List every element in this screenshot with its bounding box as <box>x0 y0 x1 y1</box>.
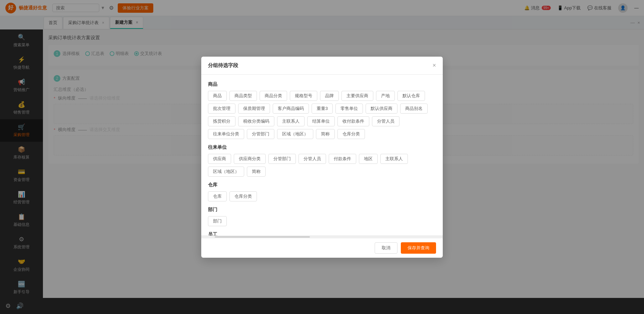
tag-partner-付款条件[interactable]: 付款条件 <box>329 154 356 164</box>
tag-product-产地[interactable]: 产地 <box>376 91 395 101</box>
tag-dept-部门[interactable]: 部门 <box>208 216 227 226</box>
tag-product-默认供应商[interactable]: 默认供应商 <box>366 104 397 114</box>
tag-product-收付款条件[interactable]: 收付款条件 <box>337 116 369 126</box>
tag-product-重量3[interactable]: 重量3 <box>312 104 333 114</box>
tag-warehouse-仓库分类[interactable]: 仓库分类 <box>229 191 257 201</box>
tag-product-默认仓库[interactable]: 默认仓库 <box>397 91 425 101</box>
tag-product-仓库分类[interactable]: 仓库分类 <box>337 129 365 139</box>
tag-partner-简称[interactable]: 简称 <box>247 167 266 177</box>
tag-partner-分管人员[interactable]: 分管人员 <box>299 154 326 164</box>
modal-body: 商品 商品 商品类型 商品分类 规格型号 品牌 主要供应商 产地 默认仓库 批次… <box>201 75 443 236</box>
tag-product-分管人员[interactable]: 分管人员 <box>372 116 399 126</box>
tag-product-商品分类[interactable]: 商品分类 <box>260 91 287 101</box>
section-title-warehouse: 仓库 <box>208 182 436 188</box>
section-title-partner: 往来单位 <box>208 144 436 150</box>
tag-product-商品别名[interactable]: 商品别名 <box>400 104 428 114</box>
section-title-employee: 员工 <box>208 232 436 236</box>
modal-dialog: 分组待选字段 × 商品 商品 商品类型 商品分类 规格型号 品牌 主要供应商 产… <box>201 57 443 258</box>
tag-group-product: 商品 商品类型 商品分类 规格型号 品牌 主要供应商 产地 默认仓库 批次管理 … <box>208 91 436 139</box>
tag-product-品牌[interactable]: 品牌 <box>320 91 339 101</box>
modal-close-button[interactable]: × <box>432 62 436 69</box>
tag-partner-分管部门[interactable]: 分管部门 <box>268 154 296 164</box>
tag-product-税收分类编码[interactable]: 税收分类编码 <box>238 116 274 126</box>
tag-warehouse-仓库[interactable]: 仓库 <box>208 191 227 201</box>
footer-buttons: 取消 保存并查询 <box>375 242 436 254</box>
section-title-product: 商品 <box>208 81 436 87</box>
tag-product-拣货积分[interactable]: 拣货积分 <box>208 116 235 126</box>
tag-group-warehouse: 仓库 仓库分类 <box>208 191 436 201</box>
tag-product-商品[interactable]: 商品 <box>208 91 227 101</box>
modal-title: 分组待选字段 <box>208 62 238 69</box>
tag-product-简称[interactable]: 简称 <box>316 129 335 139</box>
save-button[interactable]: 保存并查询 <box>401 242 436 254</box>
tag-partner-供应商分类[interactable]: 供应商分类 <box>234 154 266 164</box>
tag-product-区域地区[interactable]: 区域（地区） <box>277 129 313 139</box>
section-title-dept: 部门 <box>208 207 436 213</box>
tag-product-主要供应商[interactable]: 主要供应商 <box>341 91 373 101</box>
tag-product-批次管理[interactable]: 批次管理 <box>208 104 235 114</box>
tag-group-dept: 部门 <box>208 216 436 226</box>
tag-product-分管部门[interactable]: 分管部门 <box>247 129 274 139</box>
modal-footer: 取消 保存并查询 <box>201 238 443 258</box>
tag-partner-区域地区[interactable]: 区域（地区） <box>208 167 244 177</box>
cancel-button[interactable]: 取消 <box>375 242 397 254</box>
modal-header: 分组待选字段 × <box>201 57 443 75</box>
tag-product-主联系人[interactable]: 主联系人 <box>277 116 305 126</box>
tag-partner-供应商[interactable]: 供应商 <box>208 154 231 164</box>
tag-partner-地区[interactable]: 地区 <box>359 154 378 164</box>
tag-product-零售单位[interactable]: 零售单位 <box>335 104 363 114</box>
tag-product-客户商品编码[interactable]: 客户商品编码 <box>273 104 309 114</box>
tag-product-商品类型[interactable]: 商品类型 <box>229 91 257 101</box>
tag-product-往来单位分类[interactable]: 往来单位分类 <box>208 129 244 139</box>
tag-partner-主联系人[interactable]: 主联系人 <box>380 154 408 164</box>
tag-product-保质期管理[interactable]: 保质期管理 <box>238 104 270 114</box>
tag-product-结算单位[interactable]: 结算单位 <box>307 116 335 126</box>
tag-group-partner: 供应商 供应商分类 分管部门 分管人员 付款条件 地区 主联系人 区域（地区） … <box>208 154 436 177</box>
tag-product-规格型号[interactable]: 规格型号 <box>290 91 317 101</box>
